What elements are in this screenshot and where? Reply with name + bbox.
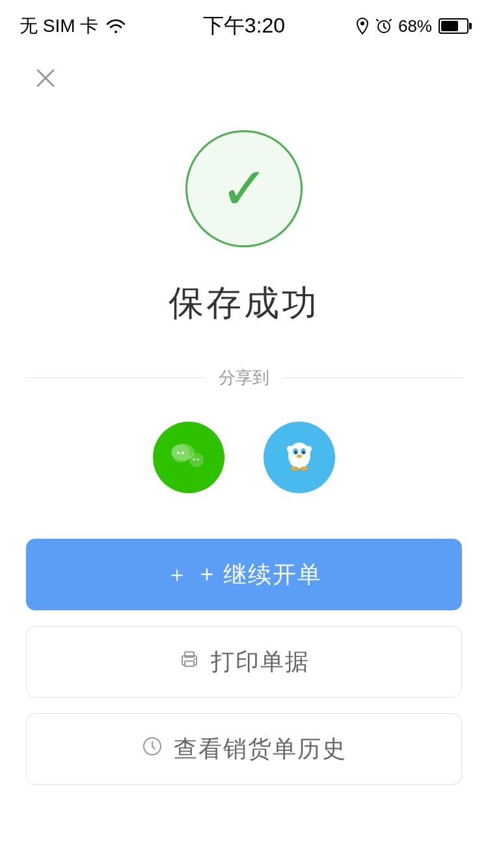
svg-point-20: [297, 455, 302, 458]
svg-point-23: [287, 446, 292, 452]
svg-point-28: [194, 658, 196, 660]
history-label: 查看销货单历史: [174, 733, 347, 765]
alarm-icon: [376, 18, 392, 34]
svg-point-16: [295, 451, 297, 454]
location-icon: [355, 18, 370, 34]
history-button[interactable]: 查看销货单历史: [26, 713, 462, 785]
continue-button[interactable]: ＋ + 继续开单: [26, 539, 462, 610]
wechat-icon: [167, 439, 210, 476]
close-button[interactable]: [26, 59, 65, 98]
success-title: 保存成功: [169, 280, 319, 327]
svg-point-18: [296, 451, 297, 452]
status-left: 无 SIM 卡: [20, 14, 126, 38]
share-section: 分享到: [0, 366, 488, 493]
print-button[interactable]: 打印单据: [26, 626, 462, 698]
svg-rect-27: [185, 661, 194, 666]
svg-point-22: [300, 467, 308, 470]
carrier-text: 无 SIM 卡: [20, 14, 98, 38]
print-label: 打印单据: [211, 646, 310, 678]
success-circle: ✓: [185, 130, 303, 247]
svg-point-6: [172, 444, 190, 463]
share-qq-button[interactable]: [264, 422, 335, 493]
share-icons: [26, 422, 462, 493]
history-icon: [141, 735, 163, 763]
print-icon: [178, 648, 200, 675]
battery-icon: [439, 18, 468, 34]
svg-point-21: [291, 467, 299, 470]
plus-icon: ＋: [166, 560, 189, 590]
svg-point-9: [182, 452, 184, 454]
share-label: 分享到: [219, 366, 269, 389]
action-buttons: ＋ + 继续开单 打印单据 查看销货单历史: [0, 539, 488, 785]
svg-point-8: [177, 452, 180, 454]
continue-label: + 继续开单: [200, 559, 321, 591]
status-right: 68%: [355, 16, 468, 36]
svg-point-11: [197, 458, 198, 460]
qq-icon: [278, 436, 321, 479]
svg-point-0: [360, 21, 364, 25]
main-content: ✓ 保存成功 分享到: [0, 52, 488, 785]
time-display: 下午3:20: [203, 12, 285, 40]
battery-percent: 68%: [398, 16, 432, 36]
svg-point-19: [304, 451, 305, 452]
svg-point-10: [193, 458, 195, 460]
wifi-icon: [106, 19, 126, 33]
status-bar: 无 SIM 卡 下午3:20 68%: [0, 0, 488, 52]
share-wechat-button[interactable]: [153, 422, 224, 493]
svg-point-7: [189, 453, 204, 467]
svg-point-24: [306, 446, 312, 452]
svg-point-17: [303, 451, 305, 454]
share-divider: 分享到: [26, 366, 462, 389]
checkmark-icon: ✓: [220, 159, 269, 218]
